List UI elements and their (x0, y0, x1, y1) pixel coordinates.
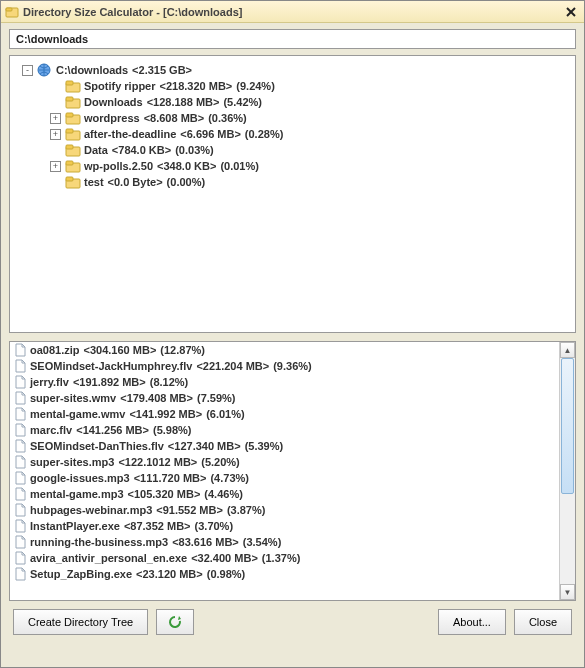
file-row[interactable]: SEOMindset-DanThies.flv<127.340 MB>(5.39… (10, 438, 575, 454)
file-name: Setup_ZapBing.exe (30, 568, 132, 580)
tree-root-size: <2.315 GB> (132, 64, 192, 76)
tree-item-size: <128.188 MB> (147, 96, 220, 108)
expander-icon[interactable]: + (50, 113, 61, 124)
file-row[interactable]: running-the-business.mp3<83.616 MB>(3.54… (10, 534, 575, 550)
file-row[interactable]: mental-game.wmv<141.992 MB>(6.01%) (10, 406, 575, 422)
file-row[interactable]: SEOMindset-JackHumphrey.flv<221.204 MB>(… (10, 358, 575, 374)
file-row[interactable]: avira_antivir_personal_en.exe<32.400 MB>… (10, 550, 575, 566)
titlebar: Directory Size Calculator - [C:\download… (1, 1, 584, 23)
file-size: <87.352 MB> (124, 520, 191, 532)
file-row[interactable]: oa081.zip<304.160 MB>(12.87%) (10, 342, 575, 358)
file-pct: (1.37%) (262, 552, 301, 564)
svg-rect-12 (66, 129, 73, 133)
expander-icon[interactable]: - (22, 65, 33, 76)
file-pct: (6.01%) (206, 408, 245, 420)
file-pct: (3.54%) (243, 536, 282, 548)
file-name: oa081.zip (30, 344, 80, 356)
file-icon (14, 535, 27, 549)
expander-icon[interactable]: + (50, 129, 61, 140)
file-name: SEOMindset-DanThies.flv (30, 440, 164, 452)
file-icon (14, 567, 27, 581)
expander-spacer (50, 97, 61, 108)
app-icon (5, 5, 19, 19)
svg-rect-10 (66, 113, 73, 117)
tree-root-row[interactable]: - C:\downloads <2.315 GB> (22, 62, 571, 78)
scroll-down-button[interactable]: ▼ (560, 584, 575, 600)
file-name: mental-game.wmv (30, 408, 125, 420)
svg-rect-18 (66, 177, 73, 181)
file-icon (14, 503, 27, 517)
file-row[interactable]: InstantPlayer.exe<87.352 MB>(3.70%) (10, 518, 575, 534)
expander-icon[interactable]: + (50, 161, 61, 172)
file-size: <23.120 MB> (136, 568, 203, 580)
file-pct: (9.36%) (273, 360, 312, 372)
file-name: super-sites.mp3 (30, 456, 114, 468)
about-button[interactable]: About... (438, 609, 506, 635)
file-name: running-the-business.mp3 (30, 536, 168, 548)
file-name: marc.flv (30, 424, 72, 436)
file-pct: (7.59%) (197, 392, 236, 404)
file-icon (14, 471, 27, 485)
file-icon (14, 455, 27, 469)
tree-row[interactable]: Downloads<128.188 MB>(5.42%) (50, 94, 571, 110)
svg-rect-14 (66, 145, 73, 149)
svg-rect-16 (66, 161, 73, 165)
tree-item-pct: (0.28%) (245, 128, 284, 140)
file-size: <91.552 MB> (156, 504, 223, 516)
file-row[interactable]: hubpages-webinar.mp3<91.552 MB>(3.87%) (10, 502, 575, 518)
create-directory-tree-button[interactable]: Create Directory Tree (13, 609, 148, 635)
close-icon[interactable] (562, 4, 580, 20)
tree-row[interactable]: test<0.0 Byte>(0.00%) (50, 174, 571, 190)
file-name: mental-game.mp3 (30, 488, 124, 500)
globe-folder-icon (37, 63, 53, 77)
file-name: jerry.flv (30, 376, 69, 388)
vertical-scrollbar[interactable]: ▲ ▼ (559, 342, 575, 600)
refresh-button[interactable] (156, 609, 194, 635)
file-pct: (8.12%) (150, 376, 189, 388)
tree-item-size: <8.608 MB> (144, 112, 205, 124)
file-row[interactable]: super-sites.wmv<179.408 MB>(7.59%) (10, 390, 575, 406)
file-pct: (5.20%) (201, 456, 240, 468)
tree-item-pct: (0.00%) (167, 176, 206, 188)
file-size: <105.320 MB> (128, 488, 201, 500)
file-row[interactable]: marc.flv<141.256 MB>(5.98%) (10, 422, 575, 438)
file-size: <127.340 MB> (168, 440, 241, 452)
directory-tree-panel[interactable]: - C:\downloads <2.315 GB> Spotify ripper… (9, 55, 576, 333)
tree-item-label: after-the-deadline (84, 128, 176, 140)
scroll-track[interactable] (560, 358, 575, 584)
expander-spacer (50, 81, 61, 92)
tree-row[interactable]: +wp-polls.2.50<348.0 KB>(0.01%) (50, 158, 571, 174)
tree-item-label: wordpress (84, 112, 140, 124)
tree-row[interactable]: +wordpress<8.608 MB>(0.36%) (50, 110, 571, 126)
tree-item-label: Data (84, 144, 108, 156)
file-list-panel[interactable]: oa081.zip<304.160 MB>(12.87%)SEOMindset-… (9, 341, 576, 601)
file-pct: (3.70%) (195, 520, 234, 532)
tree-item-size: <0.0 Byte> (108, 176, 163, 188)
window-title: Directory Size Calculator - [C:\download… (23, 6, 562, 18)
file-row[interactable]: mental-game.mp3<105.320 MB>(4.46%) (10, 486, 575, 502)
file-row[interactable]: jerry.flv<191.892 MB>(8.12%) (10, 374, 575, 390)
file-icon (14, 391, 27, 405)
scroll-up-button[interactable]: ▲ (560, 342, 575, 358)
file-size: <111.720 MB> (134, 472, 207, 484)
close-button[interactable]: Close (514, 609, 572, 635)
tree-item-size: <784.0 KB> (112, 144, 171, 156)
expander-spacer (50, 145, 61, 156)
file-row[interactable]: Setup_ZapBing.exe<23.120 MB>(0.98%) (10, 566, 575, 582)
file-row[interactable]: google-issues.mp3<111.720 MB>(4.73%) (10, 470, 575, 486)
folder-icon (65, 128, 81, 141)
file-icon (14, 423, 27, 437)
tree-item-pct: (0.36%) (208, 112, 247, 124)
tree-row[interactable]: Data<784.0 KB>(0.03%) (50, 142, 571, 158)
folder-icon (65, 160, 81, 173)
file-row[interactable]: super-sites.mp3<122.1012 MB>(5.20%) (10, 454, 575, 470)
tree-row[interactable]: +after-the-deadline<6.696 MB>(0.28%) (50, 126, 571, 142)
file-name: hubpages-webinar.mp3 (30, 504, 152, 516)
path-bar[interactable]: C:\downloads (9, 29, 576, 49)
file-icon (14, 519, 27, 533)
folder-icon (65, 176, 81, 189)
scroll-thumb[interactable] (561, 358, 574, 494)
tree-row[interactable]: Spotify ripper<218.320 MB>(9.24%) (50, 78, 571, 94)
file-pct: (3.87%) (227, 504, 266, 516)
file-size: <221.204 MB> (196, 360, 269, 372)
